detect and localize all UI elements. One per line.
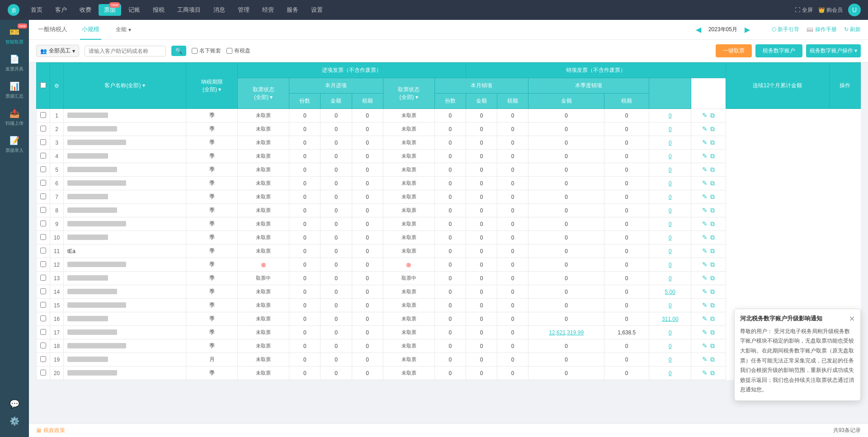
nav-tax[interactable]: 报税 (147, 4, 170, 16)
edit-icon[interactable]: ✎ (702, 220, 708, 228)
edit-icon[interactable]: ✎ (702, 301, 708, 309)
edit-icon[interactable]: ✎ (702, 112, 708, 119)
copy-icon[interactable]: ⧉ (710, 179, 715, 187)
copy-icon[interactable]: ⧉ (710, 152, 715, 160)
copy-icon[interactable]: ⧉ (710, 234, 715, 241)
nav-operation[interactable]: 经营 (257, 4, 279, 16)
copy-icon[interactable]: ⧉ (710, 356, 715, 363)
edit-icon[interactable]: ✎ (702, 356, 708, 363)
search-button[interactable]: 🔍 (171, 46, 186, 56)
tab-general-taxpayer[interactable]: 一般纳税人 (36, 20, 69, 40)
row-checkbox[interactable] (40, 112, 46, 118)
nav-invoice[interactable]: 票据 new (99, 4, 121, 16)
copy-icon[interactable]: ⧉ (710, 369, 715, 377)
nav-settings[interactable]: 设置 (306, 4, 328, 16)
row-checkbox[interactable] (40, 275, 46, 281)
nav-message[interactable]: 消息 (208, 4, 231, 16)
row-checkbox[interactable] (40, 166, 46, 172)
next-period-btn[interactable]: ▶ (745, 25, 750, 34)
copy-icon[interactable]: ⧉ (710, 261, 715, 268)
taxdisk-check[interactable] (226, 48, 232, 54)
copy-icon[interactable]: ⧉ (710, 220, 715, 228)
sidebar-item-summary[interactable]: 📊 票据汇总 (2, 78, 27, 103)
row-checkbox[interactable] (40, 302, 46, 308)
copy-icon[interactable]: ⧉ (710, 342, 715, 350)
search-input[interactable] (85, 46, 166, 56)
nav-manage[interactable]: 管理 (232, 4, 255, 16)
edit-icon[interactable]: ✎ (702, 274, 708, 282)
employee-select[interactable]: 👥 全部员工 ▾ (36, 45, 79, 57)
edit-icon[interactable]: ✎ (702, 369, 708, 377)
row-checkbox[interactable] (40, 221, 46, 226)
prev-period-btn[interactable]: ◀ (696, 25, 701, 34)
edit-icon[interactable]: ✎ (702, 139, 708, 146)
edit-icon[interactable]: ✎ (702, 329, 708, 336)
copy-icon[interactable]: ⧉ (710, 315, 715, 323)
sidebar-item-entry[interactable]: 📝 票据录入 (2, 132, 27, 157)
edit-icon[interactable]: ✎ (702, 207, 708, 214)
sidebar-item-chat[interactable]: 💬 (2, 395, 27, 413)
sidebar-item-upload[interactable]: 📤 扫描上传 (2, 105, 27, 130)
nav-service[interactable]: 服务 (281, 4, 304, 16)
tax-policy-link[interactable]: 🏛 税政政策 (36, 427, 65, 434)
popup-close-btn[interactable]: ✕ (849, 315, 855, 323)
copy-icon[interactable]: ⧉ (710, 139, 715, 146)
nav-business[interactable]: 工商项目 (172, 4, 206, 16)
user-avatar[interactable]: U (848, 4, 861, 16)
row-checkbox[interactable] (40, 180, 46, 186)
edit-icon[interactable]: ✎ (702, 179, 708, 187)
tax-digital-btn[interactable]: 税务数字账户 (755, 44, 802, 57)
row-checkbox[interactable] (40, 139, 46, 145)
nav-client[interactable]: 客户 (50, 4, 72, 16)
edit-icon[interactable]: ✎ (702, 125, 708, 133)
row-checkbox[interactable] (40, 234, 46, 240)
edit-icon[interactable]: ✎ (702, 315, 708, 323)
fullscreen-btn[interactable]: ⛶ 全屏 (795, 6, 812, 14)
edit-icon[interactable]: ✎ (702, 152, 708, 160)
member-btn[interactable]: 👑 购会员 (818, 6, 843, 14)
refresh-btn[interactable]: ↻ 刷新 (844, 26, 861, 33)
edit-icon[interactable]: ✎ (702, 288, 708, 296)
row-checkbox[interactable] (40, 261, 46, 267)
copy-icon[interactable]: ⧉ (710, 166, 715, 174)
row-checkbox[interactable] (40, 315, 46, 321)
nav-home[interactable]: 首页 (25, 4, 48, 16)
tax-operation-btn[interactable]: 税务数字账户操作 ▾ (806, 44, 861, 57)
copy-icon[interactable]: ⧉ (710, 125, 715, 133)
sidebar-item-open-invoice[interactable]: 📄 发票开具 (2, 51, 27, 76)
edit-icon[interactable]: ✎ (702, 193, 708, 201)
myaccount-check[interactable] (192, 48, 198, 54)
copy-icon[interactable]: ⧉ (710, 207, 715, 214)
sidebar-item-gear[interactable]: ⚙️ (2, 413, 27, 430)
copy-icon[interactable]: ⧉ (710, 112, 715, 119)
row-checkbox[interactable] (40, 288, 46, 294)
row-checkbox[interactable] (40, 370, 46, 376)
myaccount-checkbox[interactable]: 名下账套 (192, 47, 221, 55)
edit-icon[interactable]: ✎ (702, 247, 708, 255)
tab-small-scale[interactable]: 小规模 (80, 20, 101, 40)
copy-icon[interactable]: ⧉ (710, 301, 715, 309)
edit-icon[interactable]: ✎ (702, 261, 708, 268)
row-checkbox[interactable] (40, 126, 46, 132)
copy-icon[interactable]: ⧉ (710, 329, 715, 336)
one-key-btn[interactable]: 一键取票 (716, 44, 752, 57)
new-guide-btn[interactable]: ⬡ 新手引导 (772, 26, 799, 33)
edit-icon[interactable]: ✎ (702, 166, 708, 174)
row-checkbox[interactable] (40, 343, 46, 348)
copy-icon[interactable]: ⧉ (710, 288, 715, 296)
copy-icon[interactable]: ⧉ (710, 247, 715, 255)
edit-icon[interactable]: ✎ (702, 234, 708, 241)
select-all-checkbox[interactable] (40, 82, 46, 88)
row-checkbox[interactable] (40, 193, 46, 199)
copy-icon[interactable]: ⧉ (710, 274, 715, 282)
copy-icon[interactable]: ⧉ (710, 193, 715, 201)
edit-icon[interactable]: ✎ (702, 342, 708, 350)
taxdisk-checkbox[interactable]: 有税盘 (226, 47, 250, 55)
row-checkbox[interactable] (40, 153, 46, 159)
manual-btn[interactable]: 📖 操作手册 (807, 26, 836, 33)
row-checkbox[interactable] (40, 356, 46, 362)
row-checkbox[interactable] (40, 248, 46, 254)
tab-all-capability[interactable]: 全能 ▾ (116, 26, 131, 33)
logo-icon[interactable]: 票 (7, 4, 20, 16)
row-checkbox[interactable] (40, 207, 46, 213)
